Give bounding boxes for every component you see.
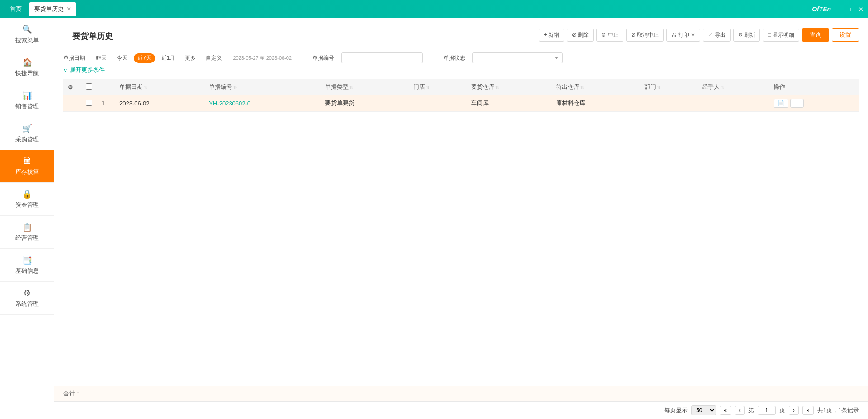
sort-handler-icon: ⇅ [721, 85, 724, 90]
col-store[interactable]: 门店⇅ [409, 79, 467, 95]
page-title: 要货单历史 [63, 24, 122, 46]
close-btn[interactable]: ✕ [859, 6, 863, 13]
row-date: 2023-06-02 [115, 95, 204, 112]
row-department [640, 95, 698, 112]
col-department[interactable]: 部门⇅ [640, 79, 698, 95]
row-num: 1 [97, 95, 115, 112]
row-action-more-btn[interactable]: ⋮ [790, 99, 804, 108]
pagination-bar: 每页显示 50 10 20 100 « ‹ 第 页 › » 共1页，1条记录 [54, 401, 868, 419]
prev-page-btn[interactable]: ‹ [735, 406, 745, 415]
refresh-button[interactable]: ↻ 刷新 [733, 29, 760, 42]
order-no-label: 单据编号 [312, 54, 334, 62]
shortcut-yesterday[interactable]: 昨天 [92, 53, 110, 63]
purchase-icon: 🛒 [22, 124, 32, 133]
cancel-stop-button[interactable]: ⊘ 取消中止 [626, 29, 664, 42]
row-req-warehouse: 车间库 [467, 95, 552, 112]
query-button[interactable]: 查询 [802, 28, 829, 42]
col-num [97, 79, 115, 95]
date-shortcuts: 昨天 今天 近7天 近1月 更多 自定义 [92, 53, 226, 63]
col-req-warehouse[interactable]: 要货仓库⇅ [467, 79, 552, 95]
date-filter-label: 单据日期 [63, 54, 85, 62]
settings-button[interactable]: 设置 [832, 28, 859, 42]
chevron-down-icon: ∨ [63, 67, 68, 74]
table-footer: 合计： [54, 386, 868, 401]
sort-reqwh-icon: ⇅ [495, 85, 499, 90]
expand-more-btn[interactable]: ∨ 展开更多条件 [63, 66, 859, 74]
window-controls: OfTEn — □ ✕ [812, 5, 863, 13]
row-order-type: 要货单要货 [321, 95, 409, 112]
sidebar-item-operations[interactable]: 📋 经营管理 [0, 216, 54, 249]
sidebar-item-inventory[interactable]: 🏛 库存核算 [0, 150, 54, 183]
row-settings [63, 95, 81, 112]
sort-dept-icon: ⇅ [657, 85, 660, 90]
shortcut-more[interactable]: 更多 [181, 53, 199, 63]
show-detail-button[interactable]: □ 显示明细 [763, 29, 799, 42]
order-no-input[interactable] [341, 52, 423, 63]
shortcut-today[interactable]: 今天 [113, 53, 131, 63]
shortcut-month1[interactable]: 近1月 [158, 53, 179, 63]
per-page-label: 每页显示 [664, 406, 688, 414]
select-all-checkbox[interactable] [86, 83, 92, 90]
main-layout: 🔍 搜索菜单 🏠 快捷导航 📊 销售管理 🛒 采购管理 🏛 库存核算 🔒 资金管… [0, 18, 868, 419]
sidebar-item-quicknav[interactable]: 🏠 快捷导航 [0, 51, 54, 84]
print-button[interactable]: 🖨 打印 ∨ [666, 29, 700, 42]
row-checkbox[interactable] [86, 100, 92, 106]
row-store [409, 95, 467, 112]
total-label: 合计： [63, 390, 81, 397]
data-table: ⚙ 单据日期⇅ 单据编号⇅ 单据类型⇅ 门店⇅ 要货仓库⇅ 待出仓库⇅ 部门⇅ … [63, 79, 859, 112]
page-input[interactable] [758, 406, 776, 415]
col-pending-warehouse[interactable]: 待出仓库⇅ [552, 79, 640, 95]
add-button[interactable]: + 新增 [539, 29, 564, 42]
status-label: 单据状态 [443, 54, 465, 62]
row-pending-warehouse: 原材料仓库 [552, 95, 640, 112]
status-select[interactable] [472, 52, 563, 63]
delete-button[interactable]: ⊘ 删除 [567, 29, 594, 42]
filter-area: 单据日期 昨天 今天 近7天 近1月 更多 自定义 2023-05-27 至 2… [54, 48, 868, 79]
sort-ordertype-icon: ⇅ [349, 85, 353, 90]
page-label: 第 [748, 406, 754, 414]
finance-icon: 🔒 [22, 189, 32, 199]
date-range-display: 2023-05-27 至 2023-06-02 [233, 55, 292, 62]
sidebar-item-search[interactable]: 🔍 搜索菜单 [0, 18, 54, 51]
search-icon: 🔍 [22, 24, 32, 34]
last-page-btn[interactable]: » [802, 406, 814, 415]
col-date[interactable]: 单据日期⇅ [115, 79, 204, 95]
next-page-btn[interactable]: › [789, 406, 799, 415]
sort-orderno-icon: ⇅ [233, 85, 237, 90]
tab-home[interactable]: 首页 [5, 2, 27, 16]
sidebar-item-sales[interactable]: 📊 销售管理 [0, 84, 54, 117]
page-suffix: 页 [779, 406, 785, 414]
stop-button[interactable]: ⊘ 中止 [596, 29, 623, 42]
row-checkbox-cell [81, 95, 97, 112]
per-page-select[interactable]: 50 10 20 100 [691, 405, 716, 415]
row-action: 📄 ⋮ [769, 95, 859, 112]
col-order-no[interactable]: 单据编号⇅ [204, 79, 320, 95]
col-handler[interactable]: 经手人⇅ [698, 79, 769, 95]
sidebar-item-purchase[interactable]: 🛒 采购管理 [0, 117, 54, 150]
order-no-link[interactable]: YH-20230602-0 [209, 100, 250, 107]
row-handler [698, 95, 769, 112]
system-icon: ⚙ [24, 288, 31, 298]
export-button[interactable]: ↗ 导出 [703, 29, 731, 42]
sidebar-item-finance[interactable]: 🔒 资金管理 [0, 183, 54, 216]
row-action-view-btn[interactable]: 📄 [774, 99, 788, 108]
top-bar: 首页 要货单历史 ✕ OfTEn — □ ✕ [0, 0, 868, 18]
minimize-btn[interactable]: — [840, 6, 846, 13]
row-order-no: YH-20230602-0 [204, 95, 320, 112]
col-order-type[interactable]: 单据类型⇅ [321, 79, 409, 95]
sidebar-item-basic[interactable]: 📑 基础信息 [0, 249, 54, 282]
sidebar: 🔍 搜索菜单 🏠 快捷导航 📊 销售管理 🛒 采购管理 🏛 库存核算 🔒 资金管… [0, 18, 54, 419]
basic-icon: 📑 [22, 255, 32, 265]
operations-icon: 📋 [22, 222, 32, 232]
sidebar-item-system[interactable]: ⚙ 系统管理 [0, 282, 54, 315]
sort-store-icon: ⇅ [426, 85, 429, 90]
col-checkbox-header [81, 79, 97, 95]
shortcut-week7[interactable]: 近7天 [134, 53, 155, 63]
first-page-btn[interactable]: « [720, 406, 731, 415]
shortcut-custom[interactable]: 自定义 [202, 53, 226, 63]
maximize-btn[interactable]: □ [850, 6, 854, 13]
tab-close-icon[interactable]: ✕ [66, 6, 71, 12]
home-icon: 🏠 [22, 57, 32, 67]
sales-icon: 📊 [22, 90, 32, 100]
tab-history[interactable]: 要货单历史 ✕ [29, 2, 76, 16]
